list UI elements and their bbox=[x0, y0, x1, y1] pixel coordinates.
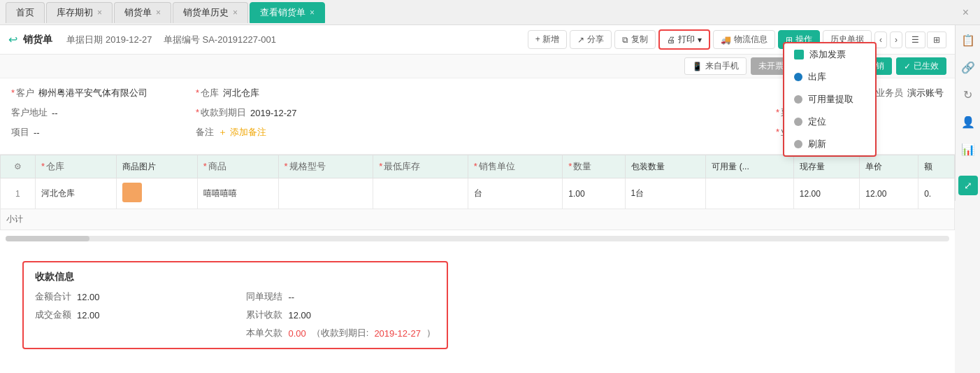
tab-sales-history-label: 销货单历史 bbox=[183, 6, 229, 19]
row-product: 嘻嘻嘻嘻 bbox=[197, 178, 278, 209]
outbound-icon bbox=[794, 73, 802, 81]
col-spec: 规格型号 bbox=[278, 155, 373, 178]
customer-field: 客户 柳州粤港平安气体有限公司 bbox=[11, 87, 179, 99]
dropdown-container: 添加发票 出库 可用量提取 定位 刷新 bbox=[783, 42, 877, 157]
col-available: 可用量 (... bbox=[706, 155, 793, 178]
customer-value: 柳州粤港平安气体有限公司 bbox=[38, 87, 147, 99]
tab-sales[interactable]: 销货单 × bbox=[114, 2, 171, 23]
cumulative-row: 累计收款 12.00 bbox=[246, 309, 435, 321]
copy-button[interactable]: ⧉ 复制 bbox=[614, 30, 656, 49]
outbound-item[interactable]: 出库 bbox=[784, 66, 875, 88]
col-unit-price: 单价 bbox=[860, 155, 918, 178]
print-button[interactable]: 🖨 打印 ▾ bbox=[658, 29, 710, 50]
refresh-icon bbox=[794, 140, 802, 148]
logistics-label: 物流信息 bbox=[734, 34, 768, 45]
warehouse-label: 仓库 bbox=[196, 87, 219, 99]
payment-title: 收款信息 bbox=[35, 271, 435, 283]
locate-label: 定位 bbox=[808, 115, 826, 128]
sidebar-icon-link[interactable]: 🔗 bbox=[958, 58, 978, 77]
effective-btn[interactable]: ✓ 已生效 bbox=[896, 57, 946, 75]
phone-icon: 📱 bbox=[692, 62, 702, 71]
col-amount: 额 bbox=[918, 155, 955, 178]
no-label-text: 单据编号 bbox=[164, 34, 200, 46]
available-qty-item[interactable]: 可用量提取 bbox=[784, 88, 875, 111]
row-img bbox=[116, 178, 197, 209]
subtotal-row: 小计 bbox=[1, 209, 955, 230]
add-invoice-item[interactable]: 添加发票 bbox=[784, 43, 875, 66]
tab-home-label: 首页 bbox=[16, 6, 34, 19]
tab-sales-history-close[interactable]: × bbox=[233, 8, 238, 17]
tab-sales-close[interactable]: × bbox=[156, 8, 161, 17]
from-phone-label: 来自手机 bbox=[705, 60, 739, 72]
tab-sales-history[interactable]: 销货单历史 × bbox=[173, 2, 248, 23]
copy-label: 复制 bbox=[631, 34, 648, 45]
toolbar-actions: + 新增 ↗ 分享 ⧉ 复制 🖨 打印 ▾ 🚚 物流信息 bbox=[528, 29, 946, 50]
sidebar-icon-chart[interactable]: 📊 bbox=[958, 140, 978, 159]
next-button[interactable]: › bbox=[890, 31, 902, 48]
print-label: 打印 bbox=[678, 34, 695, 45]
note-label: 备注 bbox=[196, 126, 214, 139]
col-quantity: 数量 bbox=[563, 155, 625, 178]
from-phone-btn[interactable]: 📱 来自手机 bbox=[684, 57, 747, 75]
tab-inventory-close[interactable]: × bbox=[97, 8, 102, 17]
employee-label: 业务员 bbox=[876, 87, 903, 99]
tab-check-sales-label: 查看销货单 bbox=[260, 6, 305, 19]
cumulative-value: 12.00 bbox=[288, 310, 311, 321]
payment-date-value: 2019-12-27 bbox=[250, 108, 297, 118]
row-sales-unit: 台 bbox=[468, 178, 563, 209]
view-list[interactable]: ☰ bbox=[905, 31, 925, 48]
col-min-stock: 最低库存 bbox=[373, 155, 468, 178]
product-image bbox=[122, 183, 142, 202]
row-spec bbox=[278, 178, 373, 209]
warehouse-value: 河北仓库 bbox=[223, 87, 259, 99]
sidebar-expand-button[interactable]: ⤢ bbox=[958, 176, 978, 195]
sidebar-icon-user[interactable]: 👤 bbox=[958, 113, 978, 132]
doc-date-label: 单据日期 2019-12-27 bbox=[66, 34, 152, 46]
payment-date-field: 收款到期日 2019-12-27 bbox=[196, 106, 363, 119]
project-value: -- bbox=[34, 127, 40, 138]
locate-item[interactable]: 定位 bbox=[784, 111, 875, 133]
refresh-item[interactable]: 刷新 bbox=[784, 133, 875, 155]
table-row: 1 河北仓库 嘻嘻嘻嘻 台 1.00 1台 12.00 12.00 bbox=[1, 178, 955, 209]
row-no: 1 bbox=[1, 178, 36, 209]
row-pkg-qty: 1台 bbox=[625, 178, 706, 209]
tab-inventory-label: 库存期初 bbox=[57, 6, 93, 19]
outbound-label: 出库 bbox=[808, 71, 826, 83]
cumulative-label: 累计收款 bbox=[246, 309, 282, 321]
owed-note-end: ） bbox=[426, 327, 435, 339]
deal-amount-row: 成交金额 12.00 bbox=[35, 309, 224, 321]
address-field: 客户地址 -- bbox=[11, 106, 179, 119]
add-invoice-label: 添加发票 bbox=[809, 48, 846, 61]
add-note-icon: ＋ bbox=[218, 126, 227, 139]
same-order-value: -- bbox=[288, 292, 294, 302]
locate-icon bbox=[794, 118, 802, 126]
dropdown-highlight-border: 添加发票 出库 可用量提取 定位 刷新 bbox=[783, 42, 877, 157]
warehouse-field: 仓库 河北仓库 bbox=[196, 87, 363, 99]
tab-inventory[interactable]: 库存期初 × bbox=[46, 2, 113, 23]
doc-meta: 单据日期 2019-12-27 单据编号 SA-20191227-001 bbox=[66, 34, 276, 46]
dropdown-menu: 添加发票 出库 可用量提取 定位 刷新 bbox=[784, 43, 875, 155]
available-qty-label: 可用量提取 bbox=[808, 93, 853, 106]
share-label: 分享 bbox=[587, 34, 604, 45]
print-icon: 🖨 bbox=[667, 35, 675, 45]
available-qty-icon bbox=[794, 95, 802, 104]
sidebar-icon-refresh[interactable]: ↻ bbox=[960, 85, 975, 104]
owed-note: （收款到期日: bbox=[312, 327, 369, 339]
view-grid[interactable]: ⊞ bbox=[927, 31, 946, 48]
customer-label: 客户 bbox=[11, 87, 34, 99]
tab-check-sales-close[interactable]: × bbox=[310, 8, 315, 17]
copy-icon: ⧉ bbox=[622, 35, 628, 45]
subtotal-label: 小计 bbox=[1, 209, 955, 230]
share-button[interactable]: ↗ 分享 bbox=[570, 30, 612, 49]
horizontal-scrollbar[interactable] bbox=[6, 236, 949, 241]
total-value: 12.00 bbox=[77, 292, 100, 302]
col-stock: 现存量 bbox=[793, 155, 859, 178]
sidebar-icon-doc[interactable]: 📋 bbox=[958, 31, 978, 50]
tab-bar-close[interactable]: × bbox=[957, 6, 974, 19]
tab-check-sales[interactable]: 查看销货单 × bbox=[250, 2, 325, 23]
logistics-button[interactable]: 🚚 物流信息 bbox=[713, 30, 775, 49]
row-unit-price: 12.00 bbox=[860, 178, 918, 209]
new-button[interactable]: + 新增 bbox=[528, 30, 567, 49]
add-note-button[interactable]: ＋ 添加备注 bbox=[218, 126, 266, 139]
tab-home[interactable]: 首页 bbox=[6, 2, 45, 23]
